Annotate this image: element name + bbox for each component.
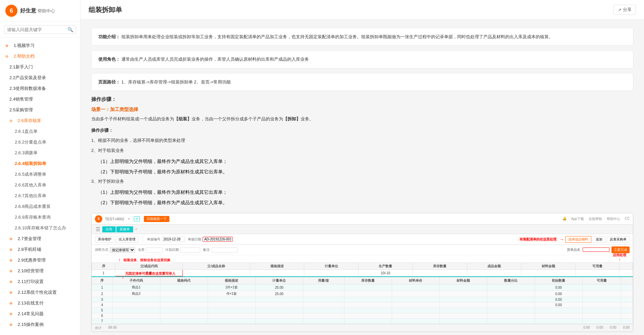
sc-field-warehouse: 仓库	[138, 247, 163, 253]
search-box[interactable]: 🔍	[4, 25, 76, 34]
sidebar-item-payment[interactable]: ⊕ 2.13在线支付	[0, 298, 80, 309]
sidebar: 6 好生意 帮助中心 🔍 ⊕ 1.视频学习⊖ 2.帮助文档2.1新手入门2.2产…	[0, 0, 80, 335]
sidebar-item-coupon[interactable]: ⊕ 2.9优惠券管理	[0, 255, 80, 266]
sidebar-item-adjust[interactable]: 2.6.3调拨单	[0, 148, 80, 158]
sidebar-item-costrecalc[interactable]: 2.6.8商品成本重算	[0, 201, 80, 212]
sc-tab-new[interactable]: 新建单	[116, 226, 133, 232]
sidebar-item-finance[interactable]: ⊕ 2.7资金管理	[0, 233, 80, 244]
nav-label: 2.6.4组装拆卸单	[15, 161, 46, 167]
plus-icon: ⊕	[9, 280, 12, 284]
sc-input-warehouse[interactable]	[146, 247, 163, 253]
sidebar-item-docs[interactable]: ⊖ 2.帮助文档	[0, 51, 80, 62]
sidebar-item-install[interactable]: 2.2产品安装及登录	[0, 72, 80, 83]
sc-btn-reverse[interactable]: 反查采购单	[607, 236, 630, 243]
sc-input-docno[interactable]	[162, 237, 185, 242]
sidebar-item-error[interactable]: 2.6.10库存账本错了怎么办	[0, 223, 80, 233]
sc-logo: 6	[95, 215, 102, 223]
sidebar-item-case[interactable]: ⊕ 2.15操作案例	[0, 319, 80, 330]
nav-tree: ⊕ 1.视频学习⊖ 2.帮助文档2.1新手入门2.2产品安装及登录2.3使用前数…	[0, 38, 80, 335]
sidebar-item-operation[interactable]: ⊕ 2.10经营管理	[0, 266, 80, 276]
sc-btn-bom[interactable]: 选择成品物料	[565, 236, 591, 243]
sidebar-item-outbound[interactable]: 2.6.7其他出库单	[0, 190, 80, 201]
sc-tab-add[interactable]: +	[135, 227, 137, 231]
sidebar-item-ledger[interactable]: 2.6.9库存账本查询	[0, 212, 80, 223]
logo-area: 6 好生意 帮助中心	[0, 0, 80, 22]
sc-field-supply: 供料方式 按记录填写	[95, 247, 135, 253]
nav-label: 2.6.10库存账本错了怎么办	[15, 225, 66, 231]
sc-subtable-row: 40.00	[92, 302, 633, 308]
step1: 1、根据不同的业务，选择不同单据的类型来处理	[91, 136, 633, 145]
path-block: 页面路径： 1、库存核算->库存管理->组装拆卸单 2、首页->常用功能	[91, 73, 633, 91]
share-button[interactable]: ↗ 分享	[613, 5, 636, 15]
sc-btn-append[interactable]: 追加	[593, 236, 605, 243]
sc-subtable-header: 序 子件代码 规格码代 规格描述 计量单位 用量/套 库存数量 材料单价 材料金…	[92, 277, 633, 284]
sidebar-item-assembly[interactable]: 2.6.4组装拆卸单	[0, 158, 80, 169]
sc-input-docdate[interactable]	[203, 237, 233, 242]
sidebar-item-cost[interactable]: 2.6.5成本调整单	[0, 169, 80, 180]
sidebar-item-print[interactable]: ⊕ 2.11打印设置	[0, 276, 80, 287]
sidebar-item-inbound[interactable]: 2.6.6其他入库单	[0, 180, 80, 190]
step3: 3、对于拆卸业务	[91, 177, 633, 186]
sidebar-item-data[interactable]: 2.3使用前数据准备	[0, 83, 80, 94]
sc-tab-sell[interactable]: 自售	[102, 226, 116, 232]
sc-btn-confirm[interactable]: 立案完成	[611, 246, 630, 253]
nav-label: 2.6.3调拨单	[15, 150, 38, 156]
sc-input-goodsname[interactable]	[583, 247, 609, 252]
nav-label: 2.6.8商品成本重算	[15, 204, 51, 210]
nav-label: 2.11打印设置	[18, 279, 44, 285]
nav-label: 2.4销售管理	[9, 96, 33, 102]
role-label: 使用角色：	[98, 57, 120, 62]
sidebar-item-division[interactable]: 2.6.2分量盘点单	[0, 137, 80, 148]
nav-label: 2.12系统个性化设置	[18, 289, 57, 295]
feature-intro-text: 组装拆卸单用来处理企业组装或拆卸等加工业务，支持有固定装配清单的产品加工业务，也…	[121, 34, 553, 39]
table-row: 1 关米 10/-10	[92, 270, 633, 276]
sc-btn-inventory[interactable]: 库存维护	[95, 236, 114, 243]
sidebar-item-mobile[interactable]: ⊕ 2.8手机旺铺	[0, 244, 80, 255]
logo-icon: 6	[5, 5, 17, 17]
sc-subtable-container: 无固定清单可批量在这里重写录入 ↓ 序 子件代码 规格码代	[92, 276, 633, 324]
plus-icon: ⊕	[9, 247, 12, 252]
nav-label: 2.6.1盘点单	[15, 128, 38, 134]
share-icon: ↗	[618, 7, 622, 12]
nav-label: 2.6.9库存账本查询	[15, 214, 51, 220]
sidebar-item-stocktake[interactable]: 2.6.1盘点单	[0, 126, 80, 137]
search-input[interactable]	[7, 27, 67, 32]
sc-sidebar-toggle[interactable]: ☰	[94, 226, 102, 232]
sc-input-plandate[interactable]	[180, 247, 200, 253]
sc-refresh-btn[interactable]: ⟳	[134, 216, 140, 221]
sidebar-item-new[interactable]: 2.1新手入门	[0, 62, 80, 72]
sc-table-header-row: 序 父/成品代码 父/成品名称 规格描述 计量单位 生产数量 库存数量 成品金额…	[92, 263, 633, 270]
path-label: 页面路径：	[98, 79, 120, 85]
sc-sub-table: 序 子件代码 规格码代 规格描述 计量单位 用量/套 库存数量 材料单价 材料金…	[92, 277, 633, 324]
plus-icon: ⊕	[9, 323, 12, 327]
nav-label: 2.6.6其他入库单	[15, 182, 46, 188]
sidebar-item-video[interactable]: ⊕ 1.视频学习	[0, 40, 80, 51]
sc-subtable: 序 子件代码 规格码代 规格描述 计量单位 用量/套 库存数量 材料单价 材料金…	[92, 276, 633, 324]
scene1-desc: 当由多个子件材料组装成一个成品的业务为【组装】业务，当由一个父件拆分成多个子产品…	[91, 115, 633, 123]
nav-label: 2.6.2分量盘点单	[15, 139, 46, 145]
ops-steps-label: 操作步骤：	[91, 126, 633, 135]
nav-label: 2.6.5成本调整单	[15, 171, 46, 177]
sc-topbar: 6 TEST-H002 ▾ ⟳ 同期截图一下 🔔 App下载 在线帮助 帮助中心…	[92, 213, 633, 225]
sidebar-item-sales[interactable]: 2.4销售管理	[0, 94, 80, 105]
sc-field-remark: 备注	[203, 247, 238, 253]
sc-new-btn[interactable]: 同期截图一下	[144, 216, 169, 222]
sc-subtable-row: 30.00	[92, 297, 633, 302]
nav-label: 2.5采购管理	[9, 107, 33, 113]
plus-icon: ⊕	[9, 312, 12, 316]
sc-subtable-row: 1商品11件×1套25.000.00	[92, 284, 633, 291]
sc-toolbar-left: 库存维护 出入库管理	[95, 236, 139, 243]
sidebar-item-custom[interactable]: ⊕ 2.12系统个性化设置	[0, 287, 80, 298]
sc-brand: TEST-H002	[105, 217, 124, 221]
sc-select-supply[interactable]: 按记录填写	[110, 247, 135, 253]
sidebar-item-faq[interactable]: ⊕ 2.14常见问题	[0, 309, 80, 319]
sc-nav-tabs: ☰ 自售 新建单 +	[92, 225, 633, 234]
sc-btn-inout[interactable]: 出入库管理	[116, 236, 139, 243]
scene1-title: 场景一：加工类型选择	[91, 107, 633, 113]
sidebar-item-purchase[interactable]: 2.5采购管理	[0, 105, 80, 115]
sc-field-date: 单据编号	[147, 237, 185, 242]
search-icon[interactable]: 🔍	[67, 27, 73, 32]
sidebar-item-inventory[interactable]: ⊖ 2.6库存核算	[0, 115, 80, 126]
sc-input-remark[interactable]	[211, 247, 238, 253]
plus-icon: ⊕	[5, 44, 8, 48]
